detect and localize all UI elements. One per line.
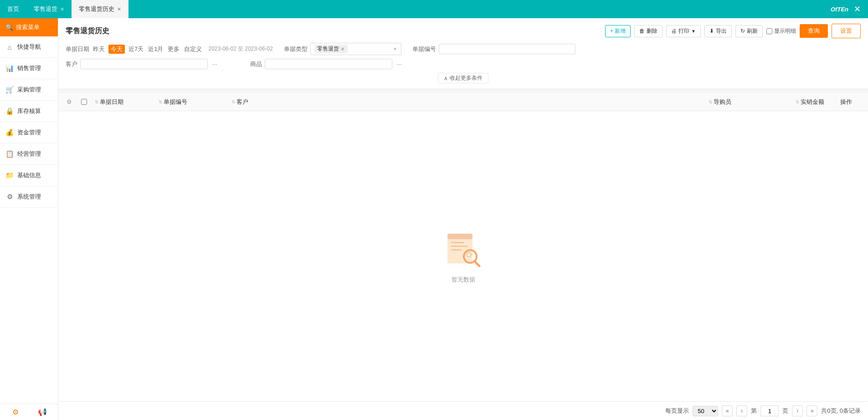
close-tab-retail-return-history[interactable]: ✕: [117, 6, 121, 12]
search-icon: 🔍: [5, 24, 13, 31]
brand-logo: OfTEn: [831, 6, 848, 13]
display-detail-check[interactable]: [766, 28, 772, 34]
customer-filter: 客户 ···: [66, 59, 217, 69]
sidebar-item-inventory[interactable]: 🔒 库存核算: [0, 101, 58, 122]
table-select-all[interactable]: [77, 99, 91, 105]
sidebar-item-base-info[interactable]: 📁 基础信息: [0, 165, 58, 186]
goods-ellipsis-btn[interactable]: ···: [397, 61, 402, 67]
customer-input[interactable]: [80, 59, 208, 69]
print-button[interactable]: 🖨 打印 ▼: [666, 25, 701, 37]
remove-tag-icon[interactable]: ✕: [340, 46, 345, 52]
delete-button[interactable]: 🗑 删除: [634, 25, 663, 37]
sidebar-item-quick-nav[interactable]: ⌂ 快捷导航: [0, 36, 58, 58]
lock-icon: 🔒: [5, 107, 14, 115]
date-opt-more[interactable]: 更多: [167, 45, 180, 53]
date-options: 昨天 今天 近7天 近1月 更多 自定义: [92, 45, 203, 54]
th-guide[interactable]: ⇅ 导购员: [705, 98, 773, 106]
export-icon: ⬇: [709, 28, 714, 34]
collapse-button[interactable]: ∧ 收起更多条件: [438, 73, 488, 83]
close-tab-retail-return[interactable]: ✕: [60, 6, 64, 12]
table-settings-icon[interactable]: ⚙: [62, 98, 77, 105]
sort-icon-customer: ⇅: [231, 99, 235, 104]
th-date[interactable]: ⇅ 单据日期: [91, 98, 155, 106]
svg-rect-2: [451, 242, 464, 243]
sidebar-item-system[interactable]: ⚙ 系统管理: [0, 186, 58, 208]
page-size-select[interactable]: 20 50 100: [693, 406, 718, 416]
main-content: 零售退货历史 + 新增 🗑 删除 🖨 打印 ▼ ⬇: [58, 18, 868, 420]
date-filter: 单据日期 昨天 今天 近7天 近1月 更多 自定义 2023-06-02 至 2…: [66, 45, 273, 54]
settings-button[interactable]: ⚙: [4, 408, 27, 416]
sidebar-search[interactable]: 🔍 搜索菜单: [0, 18, 58, 36]
pagination-bar: 每页显示 20 50 100 « ‹ 第 页 › » 共0页, 0条记录: [58, 401, 868, 420]
tab-retail-return[interactable]: 零售退货 ✕: [26, 0, 72, 18]
goods-input[interactable]: [265, 59, 392, 69]
date-opt-yesterday[interactable]: 昨天: [92, 45, 106, 53]
sidebar-item-sales-mgmt[interactable]: 📊 销售管理: [0, 58, 58, 79]
display-detail-checkbox[interactable]: 显示明细: [766, 27, 796, 35]
toolbar: + 新增 🗑 删除 🖨 打印 ▼ ⬇ 导出: [605, 24, 861, 38]
page-number-input[interactable]: [760, 405, 779, 416]
th-amount[interactable]: ⇅ 实销金额: [773, 98, 828, 106]
chart-icon: 📊: [5, 64, 14, 72]
home-tab[interactable]: 首页: [0, 0, 26, 18]
page-title: 零售退货历史: [66, 26, 109, 36]
select-all-checkbox[interactable]: [81, 99, 87, 105]
voucher-id-input[interactable]: [439, 44, 575, 54]
refresh-button[interactable]: ↻ 刷新: [735, 25, 763, 37]
table-area: ⚙ ⇅ 单据日期 ⇅ 单据编号 ⇅ 客户 ⇅ 导购员: [58, 93, 868, 420]
top-nav-bar: 首页 零售退货 ✕ 零售退货历史 ✕ OfTEn ✕: [0, 0, 868, 18]
date-opt-today[interactable]: 今天: [108, 45, 125, 54]
finance-icon: 💰: [5, 128, 14, 137]
refresh-icon: ↻: [740, 28, 745, 34]
sort-icon-amount: ⇅: [796, 99, 799, 104]
collapse-icon: ∧: [444, 75, 448, 82]
first-page-button[interactable]: «: [722, 405, 733, 416]
sidebar-bottom: ⚙ 📢: [0, 404, 58, 420]
sidebar: 🔍 搜索菜单 ⌂ 快捷导航 📊 销售管理 🛒 采购管理 🔒 库存核算 💰 资金管…: [0, 18, 58, 420]
export-button[interactable]: ⬇ 导出: [704, 25, 732, 37]
empty-illustration: [441, 229, 486, 270]
sidebar-item-finance[interactable]: 💰 资金管理: [0, 122, 58, 143]
th-id[interactable]: ⇅ 单据编号: [155, 98, 228, 106]
next-page-button[interactable]: ›: [792, 405, 803, 416]
date-opt-7days[interactable]: 近7天: [128, 45, 144, 53]
delete-icon: 🗑: [639, 28, 645, 34]
customer-ellipsis-btn[interactable]: ···: [212, 61, 217, 67]
settings-icon: ⚙: [12, 408, 19, 416]
date-range-display: 2023-06-02 至 2023-06-02: [208, 45, 272, 53]
sidebar-item-purchase-mgmt[interactable]: 🛒 采购管理: [0, 79, 58, 101]
sidebar-item-operations[interactable]: 📋 经营管理: [0, 143, 58, 165]
th-customer[interactable]: ⇅ 客户: [228, 98, 705, 106]
add-button[interactable]: + 新增: [605, 25, 631, 37]
goods-filter: 商品 ···: [250, 59, 402, 69]
sort-icon-date: ⇅: [95, 99, 98, 104]
collapse-row: ∧ 收起更多条件: [66, 73, 861, 83]
voucher-type-filter: 单据类型 零售退货 ✕ ▼: [284, 43, 401, 55]
query-button[interactable]: 查询: [800, 24, 828, 38]
volume-icon: 📢: [38, 408, 47, 416]
settings-panel-button[interactable]: 设置: [832, 24, 861, 38]
gear-icon: ⚙: [5, 193, 14, 201]
th-action: 操作: [828, 98, 864, 106]
operations-icon: 📋: [5, 150, 14, 158]
volume-button[interactable]: 📢: [31, 408, 55, 416]
sort-icon-id: ⇅: [159, 99, 162, 104]
prev-page-button[interactable]: ‹: [736, 405, 747, 416]
window-close-icon[interactable]: ✕: [854, 4, 861, 14]
date-opt-custom[interactable]: 自定义: [183, 45, 203, 53]
page-header: 零售退货历史 + 新增 🗑 删除 🖨 打印 ▼ ⬇: [58, 18, 868, 89]
sort-icon-guide: ⇅: [709, 99, 712, 104]
date-opt-1month[interactable]: 近1月: [147, 45, 164, 53]
filter-area: 单据日期 昨天 今天 近7天 近1月 更多 自定义 2023-06-02 至 2…: [66, 43, 861, 89]
home-icon: ⌂: [5, 43, 14, 51]
voucher-id-filter: 单据编号: [412, 44, 575, 54]
voucher-type-select[interactable]: 零售退货 ✕ ▼: [310, 43, 401, 55]
svg-rect-3: [451, 246, 468, 247]
svg-rect-1: [447, 234, 473, 239]
last-page-button[interactable]: »: [806, 405, 817, 416]
print-dropdown-icon: ▼: [691, 29, 696, 34]
cart-icon: 🛒: [5, 86, 14, 94]
empty-text: 暂无数据: [452, 276, 475, 284]
svg-rect-4: [451, 249, 462, 251]
tab-retail-return-history[interactable]: 零售退货历史 ✕: [72, 0, 128, 18]
